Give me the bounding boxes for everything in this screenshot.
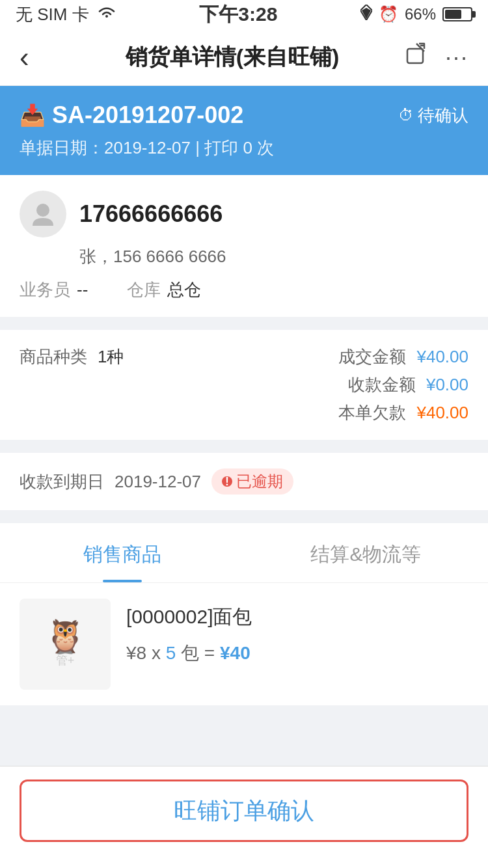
product-unit: 包 bbox=[181, 643, 199, 663]
product-logo: 🦉 管+ bbox=[45, 620, 85, 668]
customer-top: 17666666666 bbox=[20, 191, 468, 237]
product-logo-text: 管+ bbox=[45, 653, 85, 668]
wifi-icon bbox=[97, 5, 116, 25]
svg-rect-1 bbox=[407, 49, 423, 63]
product-price-line: ¥8 x 5 包 = ¥40 bbox=[126, 641, 468, 666]
product-multiply: x bbox=[152, 643, 166, 663]
salesperson-value: -- bbox=[77, 280, 88, 300]
order-header-top: 📥 SA-20191207-002 ⏱ 待确认 bbox=[20, 102, 468, 129]
order-header: 📥 SA-20191207-002 ⏱ 待确认 单据日期：2019-12-07 … bbox=[0, 86, 488, 175]
clock-icon: ⏱ bbox=[398, 106, 414, 124]
battery-percent: 66% bbox=[405, 5, 436, 23]
battery-icon bbox=[442, 7, 472, 21]
due-date-section: 收款到期日 2019-12-07 ! 已逾期 bbox=[0, 453, 488, 510]
warehouse-item: 仓库 总仓 bbox=[127, 278, 201, 301]
overdue-text: 已逾期 bbox=[236, 471, 283, 492]
due-date-value: 2019-12-07 bbox=[115, 472, 201, 492]
tab-settlement[interactable]: 结算&物流等 bbox=[244, 523, 488, 582]
tabs-section: 销售商品 结算&物流等 🦉 管+ [0000002]面包 ¥8 x 5 包 = bbox=[0, 523, 488, 705]
location-icon bbox=[360, 5, 372, 24]
customer-meta: 业务员 -- 仓库 总仓 bbox=[20, 278, 468, 301]
status-left: 无 SIM 卡 bbox=[16, 3, 116, 26]
product-info: [0000002]面包 ¥8 x 5 包 = ¥40 bbox=[126, 599, 468, 666]
owed-value: ¥40.00 bbox=[416, 403, 468, 423]
deal-label: 成交金额 bbox=[338, 346, 406, 368]
back-button[interactable]: ‹ bbox=[20, 41, 59, 74]
warehouse-label: 仓库 bbox=[127, 278, 161, 301]
received-label: 收款金额 bbox=[348, 373, 416, 396]
overdue-icon: ! bbox=[222, 476, 232, 487]
customer-name: 张，156 6666 6666 bbox=[79, 245, 468, 268]
due-date-label: 收款到期日 bbox=[20, 470, 104, 493]
inbox-icon: 📥 bbox=[20, 103, 46, 128]
svg-point-3 bbox=[36, 204, 49, 217]
avatar bbox=[20, 191, 66, 237]
customer-section: 17666666666 张，156 6666 6666 业务员 -- 仓库 总仓 bbox=[0, 175, 488, 317]
more-button[interactable]: ··· bbox=[445, 44, 468, 71]
received-value: ¥0.00 bbox=[426, 375, 468, 395]
product-equals: = bbox=[204, 643, 220, 663]
share-button[interactable] bbox=[406, 42, 429, 72]
status-bar: 无 SIM 卡 下午3:28 ⏰ 66% bbox=[0, 0, 488, 29]
bottom-bar: 旺铺订单确认 bbox=[0, 766, 488, 868]
salesperson-item: 业务员 -- bbox=[20, 278, 88, 301]
product-name: [0000002]面包 bbox=[126, 604, 468, 631]
nav-actions: ··· bbox=[406, 42, 468, 72]
customer-phone: 17666666666 bbox=[79, 200, 223, 228]
overdue-badge: ! 已逾期 bbox=[211, 468, 293, 495]
order-date: 单据日期：2019-12-07 | 打印 0 次 bbox=[20, 137, 468, 159]
salesperson-label: 业务员 bbox=[20, 278, 70, 301]
product-quantity: 5 bbox=[166, 643, 176, 663]
product-total: ¥40 bbox=[220, 643, 251, 663]
owed-label: 本单欠款 bbox=[338, 401, 406, 424]
svg-marker-0 bbox=[362, 8, 371, 19]
tab-sales-products[interactable]: 销售商品 bbox=[0, 523, 244, 582]
warehouse-value: 总仓 bbox=[167, 278, 201, 301]
confirm-button[interactable]: 旺铺订单确认 bbox=[20, 780, 468, 842]
deal-value: ¥40.00 bbox=[416, 347, 468, 367]
summary-section: 商品种类 1种 成交金额 ¥40.00 收款金额 ¥0.00 本单欠款 ¥40.… bbox=[0, 330, 488, 440]
received-amount-row: 收款金额 ¥0.00 bbox=[348, 373, 468, 396]
product-thumbnail: 🦉 管+ bbox=[20, 599, 111, 690]
nav-bar: ‹ 销货单详情(来自旺铺) ··· bbox=[0, 29, 488, 86]
page-title: 销货单详情(来自旺铺) bbox=[126, 42, 340, 72]
deal-amount-row: 成交金额 ¥40.00 bbox=[338, 346, 468, 368]
status-right: ⏰ 66% bbox=[360, 5, 472, 24]
product-price: ¥8 bbox=[126, 643, 146, 663]
order-status: ⏱ 待确认 bbox=[398, 104, 468, 127]
product-section: 🦉 管+ [0000002]面包 ¥8 x 5 包 = ¥40 bbox=[0, 583, 488, 705]
type-label: 商品种类 bbox=[20, 346, 87, 368]
owed-amount-row: 本单欠款 ¥40.00 bbox=[338, 401, 468, 424]
summary-left: 商品种类 1种 bbox=[20, 346, 124, 368]
status-time: 下午3:28 bbox=[199, 1, 277, 28]
tabs-header: 销售商品 结算&物流等 bbox=[0, 523, 488, 583]
battery-fill bbox=[445, 10, 461, 19]
product-item: 🦉 管+ [0000002]面包 ¥8 x 5 包 = ¥40 bbox=[20, 599, 468, 690]
summary-right: 成交金额 ¥40.00 收款金额 ¥0.00 本单欠款 ¥40.00 bbox=[338, 346, 468, 424]
alarm-icon: ⏰ bbox=[379, 5, 398, 23]
order-id: 📥 SA-20191207-002 bbox=[20, 102, 243, 129]
type-value: 1种 bbox=[98, 346, 124, 368]
carrier-text: 无 SIM 卡 bbox=[16, 3, 89, 26]
